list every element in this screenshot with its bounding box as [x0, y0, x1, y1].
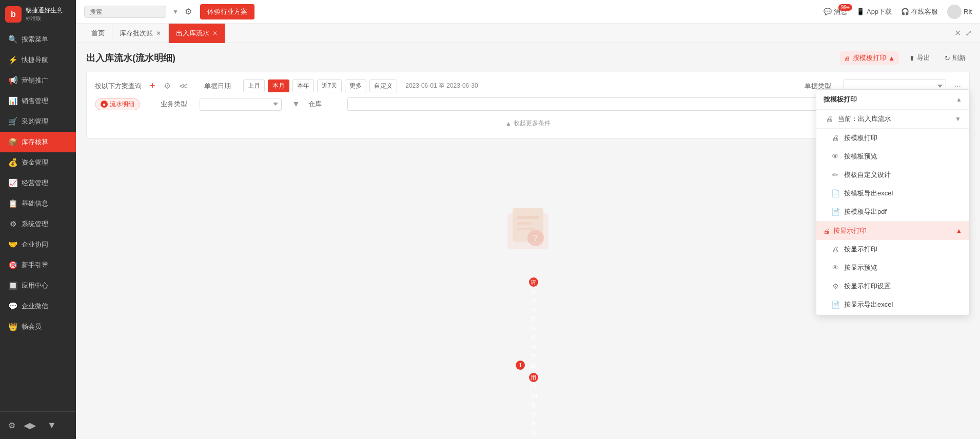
print-dropdown-panel: 按模板打印 ▲ 🖨 当前：出入库流水 ▼ 🖨 按模板打印: [816, 89, 970, 315]
date-shortcut-custom[interactable]: 自定义: [369, 79, 397, 92]
tab-close-window-button[interactable]: ✕: [954, 28, 961, 38]
sidebar-item-appcenter[interactable]: 🔲 应用中心: [0, 275, 76, 296]
chevron-up-icon: ▲: [888, 54, 895, 62]
dropdown-scroll: 🖨 当前：出入库流水 ▼ 🖨 按模板打印 👁 按模板预览: [816, 110, 969, 315]
page-content: 出入库流水(流水明细) 🖨 按模板打印 ▲ ⬆ 导出 ↻ 刷新: [76, 43, 980, 439]
dropdown-display-excel[interactable]: 📄 按显示导出excel: [816, 295, 969, 314]
version-tag: 标准版: [26, 15, 63, 22]
sidebar-item-wecom[interactable]: 💬 企业微信: [0, 296, 76, 316]
date-shortcut-last7[interactable]: 近7天: [317, 79, 342, 92]
business-type-select[interactable]: [200, 98, 282, 111]
tab-inventory-batch[interactable]: 库存批次账 ✕: [112, 24, 169, 43]
refresh-icon: ↻: [945, 54, 950, 62]
dropdown-template-print[interactable]: 🖨 按模板打印: [816, 129, 969, 147]
tab-home[interactable]: 首页: [84, 24, 112, 43]
printer-icon: 🖨: [844, 54, 851, 62]
sidebar-item-search[interactable]: 🔍 搜索菜单: [0, 29, 76, 50]
sidebar-item-finance[interactable]: 💰 资金管理: [0, 152, 76, 173]
sidebar-item-vip[interactable]: 👑 畅会员: [0, 316, 76, 337]
trend-icon: 📈: [8, 178, 17, 188]
sidebar-item-marketing[interactable]: 📢 营销推广: [0, 70, 76, 91]
filter-tag-item: ● 流水明细: [95, 98, 140, 110]
box-icon: 📦: [8, 137, 17, 147]
industry-solution-button[interactable]: 体验行业方案: [200, 4, 254, 19]
crown-icon: 👑: [8, 322, 17, 331]
dropdown-display-print[interactable]: 🖨 按显示打印: [816, 240, 969, 258]
avatar-image: [947, 5, 962, 19]
template-pdf-icon: 📄: [831, 208, 840, 216]
message-icon: 💬: [824, 8, 832, 15]
sidebar-item-inventory[interactable]: 📦 库存核算: [0, 132, 76, 152]
date-shortcut-current-year[interactable]: 本年: [292, 79, 314, 92]
tab-maximize-button[interactable]: ⤢: [965, 28, 972, 38]
settings-icon[interactable]: ⚙: [8, 421, 15, 430]
current-chevron[interactable]: ▼: [955, 115, 961, 123]
main-area: ▼ ⚙ 体验行业方案 💬 消息 99+ 📱 App下载 🎧 在线客服 Rit: [76, 0, 980, 439]
date-shortcut-more[interactable]: 更多: [345, 79, 366, 92]
export-button[interactable]: ⬆ 导出: [905, 51, 934, 65]
svg-rect-3: [517, 222, 532, 225]
online-service-button[interactable]: 🎧 在线客服: [901, 7, 938, 16]
sidebar-item-quicknav[interactable]: ⚡ 快捷导航: [0, 50, 76, 70]
sidebar-item-collab[interactable]: 🤝 企业协同: [0, 234, 76, 255]
filter-add-button[interactable]: +: [150, 81, 155, 91]
dropdown-template-preview[interactable]: 👁 按模板预览: [816, 147, 969, 166]
dropdown-header: 按模板打印 ▲: [816, 90, 969, 110]
dropdown-display-preview[interactable]: 👁 按显示预览: [816, 258, 969, 277]
topbar-search-chevron[interactable]: ▼: [172, 8, 179, 15]
filter-settings-button[interactable]: ⚙: [164, 81, 171, 91]
template-print-icon: 🖨: [831, 134, 840, 142]
dropdown-template-excel[interactable]: 📄 按模板导出excel: [816, 184, 969, 203]
sidebar-item-sales[interactable]: 📊 销售管理: [0, 91, 76, 111]
tab-close-stock-flow[interactable]: ✕: [212, 30, 218, 37]
date-shortcut-current-month[interactable]: 本月: [268, 79, 289, 92]
dropdown-display-group-header[interactable]: 🖨 按显示打印 ▲: [816, 222, 969, 240]
dropdown-header-chevron[interactable]: ▲: [956, 96, 962, 103]
page-title: 出入库流水(流水明细): [86, 52, 175, 64]
sidebar-item-system[interactable]: ⚙ 系统管理: [0, 214, 76, 234]
chat-icon: 💬: [8, 302, 17, 311]
collapse-icon[interactable]: ◀▶: [24, 421, 36, 430]
app-logo: b 畅捷通好生意 标准版: [0, 0, 76, 29]
lightning-icon: ⚡: [8, 55, 17, 65]
dropdown-display-pdf[interactable]: 📄 按显示导出pdf: [816, 314, 969, 315]
tag-icon: ●: [101, 101, 108, 108]
business-type-dropdown-icon[interactable]: ▼: [292, 99, 300, 109]
dropdown-template-pdf[interactable]: 📄 按模板导出pdf: [816, 203, 969, 221]
page-actions: 🖨 按模板打印 ▲ ⬆ 导出 ↻ 刷新: [840, 51, 970, 65]
template-excel-icon: 📄: [831, 189, 840, 197]
search-icon: 🔍: [8, 35, 17, 44]
tab-close-inventory-batch[interactable]: ✕: [156, 30, 161, 37]
dropdown-title: 按模板打印: [824, 95, 857, 104]
date-range-display: 2023-06-01 至 2023-06-30: [405, 82, 478, 90]
print-template-button[interactable]: 🖨 按模板打印 ▲: [840, 51, 899, 65]
tab-window-controls: ✕ ⤢: [954, 28, 972, 38]
display-group-chevron[interactable]: ▲: [956, 227, 962, 234]
date-shortcut-group: 上月 本月 本年 近7天 更多 自定义: [243, 79, 398, 92]
date-shortcut-last-month[interactable]: 上月: [243, 79, 265, 92]
sidebar-item-guide[interactable]: 🎯 新手引导: [0, 255, 76, 275]
message-badge: 99+: [838, 4, 852, 11]
business-type-label: 业务类型: [161, 99, 191, 109]
dropdown-display-settings[interactable]: ⚙ 按显示打印设置: [816, 277, 969, 295]
sidebar-item-basic[interactable]: 📋 基础信息: [0, 193, 76, 214]
dropdown-template-custom[interactable]: ✏ 模板自定义设计: [816, 166, 969, 184]
sidebar-item-purchase[interactable]: 🛒 采购管理: [0, 111, 76, 132]
sidebar-bottom: ⚙ ◀▶ ▼: [0, 411, 76, 439]
topbar-gear-icon[interactable]: ⚙: [185, 7, 192, 16]
refresh-button[interactable]: ↻ 刷新: [940, 51, 970, 65]
user-avatar[interactable]: Rit: [947, 5, 972, 19]
dropdown-template-section: 🖨 按模板打印 👁 按模板预览 ✏ 模板自定义设计 📄 按模板导出excel: [816, 129, 969, 222]
sidebar-item-operations[interactable]: 📈 经营管理: [0, 173, 76, 193]
tab-stock-flow[interactable]: 出入库流水 ✕: [169, 24, 225, 43]
filter-collapse-button[interactable]: ≪: [179, 81, 188, 91]
message-button[interactable]: 💬 消息 99+: [824, 7, 847, 16]
date-label: 单据日期: [204, 82, 235, 91]
app-download-button[interactable]: 📱 App下载: [856, 7, 892, 16]
dropdown-current-item[interactable]: 🖨 当前：出入库流水 ▼: [816, 110, 969, 128]
hint-number-1: 1: [516, 361, 525, 370]
sidebar-scroll-down-btn[interactable]: ▼: [44, 417, 60, 434]
topbar-search-input[interactable]: [84, 6, 166, 18]
clipboard-icon: 📋: [8, 199, 17, 208]
display-settings-icon: ⚙: [831, 282, 840, 290]
